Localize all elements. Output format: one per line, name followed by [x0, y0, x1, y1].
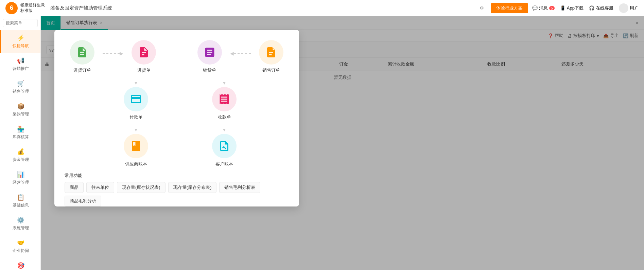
modal: 进货订单 ▶ 进货单: [54, 30, 299, 206]
sales-order-circle: [259, 40, 283, 65]
online-service-button[interactable]: 🎧 在线客服: [589, 5, 613, 11]
sidebar-item-label: 快捷导航: [13, 43, 29, 49]
sidebar: ⚡ 快捷导航 📢 营销推广 🛒 销售管理 📦 采购管理 🏪 库存核算 💰: [0, 16, 41, 270]
sidebar-item-operation[interactable]: 📊 经营管理: [0, 167, 40, 190]
receipt-circle: [212, 87, 237, 111]
flow-receipt[interactable]: 收款单: [201, 87, 248, 120]
sidebar-item-label: 营销推广: [13, 66, 29, 72]
flow-diagram: 进货订单 ▶ 进货单: [65, 40, 289, 167]
avatar: [619, 3, 628, 13]
flow-purchase-bill[interactable]: 进货单: [126, 40, 161, 73]
sidebar-item-label: 采购管理: [13, 111, 29, 117]
purchase-icon: 📦: [17, 103, 24, 110]
app-download-button[interactable]: 📱 App下载: [560, 5, 584, 11]
sidebar-item-label: 销售管理: [13, 89, 29, 94]
sidebar-item-basic[interactable]: 📋 基础信息: [0, 190, 40, 212]
finance-icon: 💰: [17, 148, 24, 156]
common-func-title: 常用功能: [65, 173, 289, 179]
flow-payment[interactable]: 付款单: [112, 87, 160, 120]
sidebar-item-label: 资金管理: [13, 157, 29, 163]
sidebar-item-purchase[interactable]: 📦 采购管理: [0, 98, 40, 121]
sidebar-item-inventory[interactable]: 🏪 库存核算: [0, 121, 40, 144]
flow-sales-order[interactable]: 销售订单: [254, 40, 289, 73]
sales-icon: 🛒: [17, 80, 24, 87]
sidebar-item-sales[interactable]: 🛒 销售管理: [0, 76, 40, 98]
flow-purchase-order[interactable]: 进货订单: [65, 40, 100, 73]
logo-icon: 6: [5, 2, 18, 14]
flow-customer-account[interactable]: 客户账本: [201, 134, 248, 167]
customer-account-circle: [212, 134, 237, 158]
sidebar-item-system[interactable]: ⚙️ 系统管理: [0, 212, 40, 235]
sales-bill-circle: [197, 40, 222, 65]
message-button[interactable]: 💬 消息 5: [532, 5, 555, 11]
search-input[interactable]: [3, 19, 38, 27]
flow-supplier-account[interactable]: 供应商账本: [112, 134, 160, 167]
flow-sales-bill[interactable]: 销货单: [192, 40, 227, 73]
func-buttons-row1: 商品 往来单位 现存量(库存状况表) 现存量(库存分布表) 销售毛利分析表 商品…: [65, 182, 289, 206]
content-area: 首页 销售订单执行表 × × ❓ 帮助 🖨 按模板打印: [41, 16, 644, 270]
guide-icon: 🎯: [17, 262, 24, 269]
sidebar-item-guide[interactable]: 🎯 新手引导: [0, 258, 40, 270]
message-icon: 💬: [532, 5, 538, 11]
download-icon: 📱: [560, 5, 565, 11]
enterprise-icon: 🤝: [17, 239, 24, 247]
marketing-icon: 📢: [17, 57, 24, 65]
header-actions: 💬 消息 5 📱 App下载 🎧 在线客服 用户: [532, 3, 639, 13]
modal-body: 进货订单 ▶ 进货单: [54, 30, 299, 206]
experience-button[interactable]: 体验行业方案: [491, 3, 528, 13]
func-btn-stock-status[interactable]: 现存量(库存状况表): [117, 182, 166, 193]
sidebar-item-label: 系统管理: [13, 225, 29, 231]
basic-icon: 📋: [17, 194, 24, 201]
quick-nav-icon: ⚡: [17, 34, 24, 42]
func-btn-product-profit[interactable]: 商品毛利分析: [65, 196, 101, 206]
system-icon: ⚙️: [17, 216, 24, 224]
service-icon: 🎧: [589, 5, 594, 11]
search-bar: [0, 16, 40, 30]
modal-overlay[interactable]: 进货订单 ▶ 进货单: [41, 16, 644, 270]
func-btn-stock-dist[interactable]: 现存量(库存分布表): [168, 182, 217, 193]
purchase-bill-circle: [132, 40, 156, 65]
common-functions: 常用功能 商品 往来单位 现存量(库存状况表) 现存量(库存分布表) 销售毛利分…: [65, 173, 289, 206]
sidebar-item-finance[interactable]: 💰 资金管理: [0, 144, 40, 167]
logo-text: 畅康通好生意 标准版: [20, 3, 45, 13]
func-btn-product[interactable]: 商品: [65, 182, 84, 193]
sidebar-item-label: 企业协同: [13, 248, 29, 254]
gear-icon[interactable]: ⚙: [477, 3, 487, 13]
sidebar-item-marketing[interactable]: 📢 营销推广: [0, 53, 40, 76]
inventory-icon: 🏪: [17, 125, 24, 133]
operation-icon: 📊: [17, 171, 24, 178]
sidebar-item-label: 库存核算: [13, 134, 29, 140]
system-title: 装备及固定资产辅助管理系统: [50, 5, 473, 11]
logo-area: 6 畅康通好生意 标准版: [5, 2, 46, 14]
sidebar-item-label: 经营管理: [13, 180, 29, 185]
func-btn-sales-profit[interactable]: 销售毛利分析表: [219, 182, 260, 193]
purchase-order-circle: [70, 40, 94, 65]
func-btn-counterparty[interactable]: 往来单位: [86, 182, 114, 193]
sidebar-item-quick-nav[interactable]: ⚡ 快捷导航: [0, 30, 40, 53]
sidebar-item-label: 基础信息: [13, 202, 29, 208]
payment-circle: [124, 87, 148, 111]
supplier-account-circle: [124, 134, 148, 158]
user-menu[interactable]: 用户: [619, 3, 639, 13]
sidebar-item-enterprise[interactable]: 🤝 企业协同: [0, 235, 40, 258]
message-badge: 5: [549, 6, 555, 10]
